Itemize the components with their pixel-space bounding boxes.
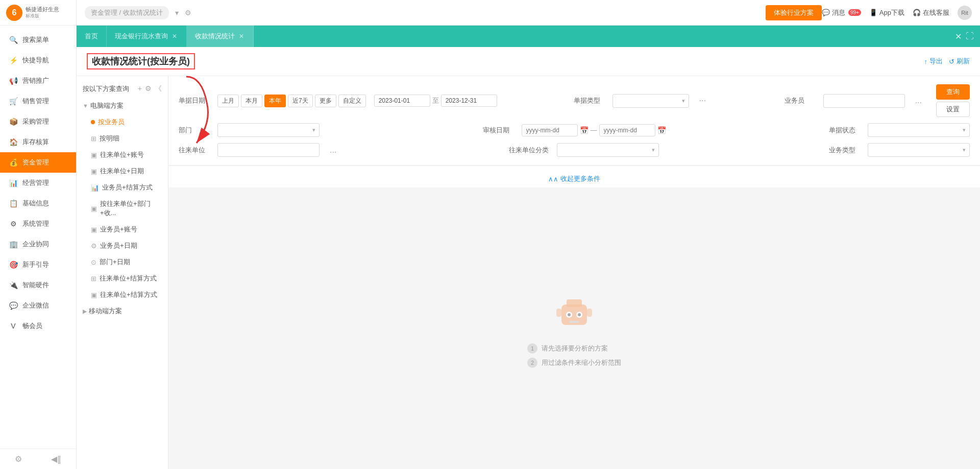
export-label: 导出 bbox=[929, 57, 943, 66]
sidebar-item-label: 基础信息 bbox=[22, 199, 49, 208]
scheme-settings-icon[interactable]: ⚙ bbox=[145, 84, 152, 93]
date-btn-last-month[interactable]: 上月 bbox=[217, 95, 239, 107]
sidebar-item-search[interactable]: 🔍 搜索菜单 bbox=[0, 30, 76, 50]
message-label: 消息 bbox=[832, 8, 845, 17]
date-btn-more[interactable]: 更多 bbox=[315, 95, 336, 107]
unit-settle1-icon: ⊞ bbox=[91, 275, 96, 283]
sidebar-item-marketing[interactable]: 📢 营销推广 bbox=[0, 71, 76, 91]
sidebar-item-finance[interactable]: 💰 资金管理 bbox=[0, 152, 76, 173]
desktop-section-header[interactable]: ▼ 电脑端方案 bbox=[77, 98, 168, 114]
sidebar-item-quicknav[interactable]: ⚡ 快捷导航 bbox=[0, 50, 76, 71]
export-icon: ↑ bbox=[924, 58, 928, 65]
tab-close-receipt[interactable]: ✕ bbox=[238, 32, 245, 41]
tab-label: 首页 bbox=[85, 32, 98, 41]
tab-expand-icon[interactable]: ⛶ bbox=[966, 32, 974, 41]
tab-label: 现金银行流水查询 bbox=[115, 32, 168, 41]
sidebar-item-member[interactable]: V 畅会员 bbox=[0, 316, 76, 336]
export-button[interactable]: ↑ 导出 bbox=[924, 57, 943, 66]
query-button[interactable]: 查询 bbox=[936, 84, 970, 100]
sidebar-item-label: 企业微信 bbox=[22, 301, 49, 310]
tree-item-staff-date[interactable]: ⚙ 业务员+日期 bbox=[85, 238, 168, 254]
date-start-input[interactable] bbox=[374, 95, 430, 107]
empty-steps: 1 请先选择要分析的方案 2 用过滤条件来缩小分析范围 bbox=[527, 343, 621, 368]
date-btn-7days[interactable]: 近7天 bbox=[288, 95, 313, 107]
tab-home[interactable]: 首页 bbox=[77, 26, 107, 47]
step-num-2: 2 bbox=[527, 358, 537, 368]
dept-select[interactable] bbox=[217, 123, 320, 137]
date-btn-this-year[interactable]: 本年 bbox=[264, 95, 286, 107]
audit-date-start-input[interactable] bbox=[522, 124, 578, 136]
sidebar-item-purchase[interactable]: 📦 采购管理 bbox=[0, 111, 76, 132]
tree-item-staff-settle[interactable]: 📊 业务员+结算方式 bbox=[85, 179, 168, 196]
sidebar-item-corp[interactable]: 🏢 企业协同 bbox=[0, 234, 76, 254]
right-content: 单据日期 上月 本月 本年 近7天 更多 自定义 至 bbox=[168, 76, 980, 469]
voucher-type-select[interactable] bbox=[612, 94, 689, 108]
sidebar-item-inventory[interactable]: 🏠 库存核算 bbox=[0, 132, 76, 152]
collapse-button[interactable]: ∧∧ 收起更多条件 bbox=[548, 174, 600, 183]
refresh-button[interactable]: ↺ 刷新 bbox=[949, 57, 970, 66]
staff-dots[interactable]: ... bbox=[913, 96, 924, 105]
audit-date-start-icon[interactable]: 📅 bbox=[580, 126, 589, 134]
business-type-select[interactable] bbox=[868, 143, 970, 157]
message-button[interactable]: 💬 消息 99+ bbox=[822, 8, 861, 17]
detail-icon: ⊞ bbox=[91, 135, 96, 143]
settings-button[interactable]: 设置 bbox=[936, 102, 970, 117]
online-service-button[interactable]: 🎧 在线客服 bbox=[913, 8, 949, 17]
tree-item-unit-settle1[interactable]: ⊞ 往来单位+结算方式 bbox=[85, 270, 168, 287]
audit-date-end-icon[interactable]: 📅 bbox=[657, 126, 666, 134]
left-panel: 按以下方案查询 + ⚙ 《 ▼ 电脑端方案 按业务员 bbox=[77, 76, 168, 469]
unit-settle2-icon: ▣ bbox=[91, 291, 97, 299]
audit-date-end-input[interactable] bbox=[599, 124, 655, 136]
sidebar-item-sales[interactable]: 🛒 销售管理 bbox=[0, 91, 76, 111]
tab-bank[interactable]: 现金银行流水查询 ✕ bbox=[107, 26, 187, 47]
mobile-section-header[interactable]: ▶ 移动端方案 bbox=[77, 303, 168, 319]
add-scheme-icon[interactable]: + bbox=[138, 84, 142, 93]
header-settings-icon[interactable]: ⚙ bbox=[185, 9, 191, 17]
app-download-button[interactable]: 📱 App下载 bbox=[869, 8, 904, 17]
tree-item-label: 往来单位+结算方式 bbox=[100, 274, 157, 283]
audit-date-group: 📅 — 📅 bbox=[522, 124, 666, 136]
tab-close-bank[interactable]: ✕ bbox=[171, 32, 178, 41]
collapse-panel-icon[interactable]: 《 bbox=[155, 84, 162, 93]
audit-date-label: 审核日期 bbox=[483, 126, 513, 135]
unit-type-label: 往来单位分类 bbox=[509, 146, 549, 155]
date-btn-this-month[interactable]: 本月 bbox=[241, 95, 262, 107]
tree-item-unit-dept-collect[interactable]: ▣ 按往来单位+部门+收... bbox=[85, 196, 168, 221]
staff-input[interactable] bbox=[823, 94, 905, 108]
logo-badge: 标准版 bbox=[26, 13, 59, 19]
left-panel-icons: + ⚙ 《 bbox=[138, 84, 162, 93]
voucher-type-label: 单据类型 bbox=[574, 96, 604, 105]
tab-close-all-icon[interactable]: ✕ bbox=[955, 32, 962, 41]
dept-label: 部门 bbox=[179, 126, 209, 135]
sidebar-item-hardware[interactable]: 🔌 智能硬件 bbox=[0, 275, 76, 295]
sidebar-item-basic[interactable]: 📋 基础信息 bbox=[0, 193, 76, 214]
sidebar-item-system[interactable]: ⚙ 系统管理 bbox=[0, 214, 76, 234]
tree-item-unit-settle2[interactable]: ▣ 往来单位+结算方式 bbox=[85, 287, 168, 303]
tree-item-unit-date[interactable]: ▣ 往来单位+日期 bbox=[85, 163, 168, 179]
unit-dots[interactable]: ... bbox=[328, 146, 338, 155]
voucher-type-dots[interactable]: ··· bbox=[697, 96, 708, 105]
unit-type-select[interactable] bbox=[557, 143, 659, 157]
user-avatar[interactable]: Rit bbox=[958, 6, 972, 20]
voucher-status-select[interactable] bbox=[868, 123, 970, 137]
date-btn-custom[interactable]: 自定义 bbox=[338, 95, 366, 107]
sidebar-item-guide[interactable]: 🎯 新手引导 bbox=[0, 254, 76, 275]
tree-item-staff-account[interactable]: ▣ 业务员+账号 bbox=[85, 221, 168, 238]
unit-input[interactable] bbox=[217, 143, 320, 157]
sidebar-settings-icon[interactable]: ⚙ bbox=[15, 454, 22, 464]
trial-button[interactable]: 体验行业方案 bbox=[766, 5, 822, 20]
header-dropdown-icon[interactable]: ▾ bbox=[175, 9, 179, 17]
sidebar-item-operation[interactable]: 📊 经营管理 bbox=[0, 173, 76, 193]
date-end-input[interactable] bbox=[441, 95, 497, 107]
tree-item-by-detail[interactable]: ⊞ 按明细 bbox=[85, 130, 168, 147]
sidebar-collapse-icon[interactable]: ◀‖ bbox=[51, 454, 61, 464]
tree-item-dept-date[interactable]: ⊙ 部门+日期 bbox=[85, 254, 168, 270]
tree-item-by-staff[interactable]: 按业务员 bbox=[85, 114, 168, 130]
svg-point-4 bbox=[568, 313, 571, 316]
sidebar-item-wechat[interactable]: 💬 企业微信 bbox=[0, 295, 76, 316]
page-title: 收款情况统计(按业务员) bbox=[87, 53, 195, 69]
tab-receipt[interactable]: 收款情况统计 ✕ bbox=[187, 26, 254, 47]
tree-item-unit-account[interactable]: ▣ 往来单位+账号 bbox=[85, 147, 168, 163]
top-header: 资金管理 / 收款情况统计 ▾ ⚙ 体验行业方案 💬 消息 99+ 📱 App下… bbox=[77, 0, 980, 26]
wechat-icon: 💬 bbox=[8, 300, 18, 311]
